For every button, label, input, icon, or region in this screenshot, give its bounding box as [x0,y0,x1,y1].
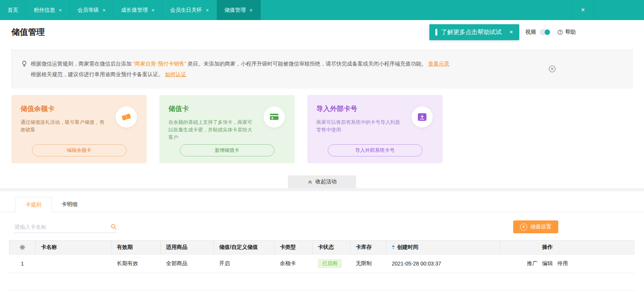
column-settings-header[interactable] [9,240,36,254]
tab-growth-value[interactable]: 成长值管理 × [113,0,162,20]
help-tip-text: 了解更多点击帮助试试 [441,28,502,36]
tab-close-icon[interactable]: × [59,7,62,13]
tab-member-level[interactable]: 会员等级 × [70,0,113,20]
tab-close-icon[interactable]: × [151,7,154,13]
card-rules-table: 卡名称 有效期 适用商品 储值/自定义储值 卡类型 卡状态 卡库存 创建时间 操… [9,240,635,290]
close-window-icon[interactable]: × [572,0,594,20]
tab-member-birthday[interactable]: 会员生日关怀 × [163,0,217,20]
coupon-ticket-icon [116,106,137,128]
tab-label: 储值管理 [225,7,246,14]
column-header-actions: 操作 [500,240,635,254]
video-toggle[interactable] [540,29,550,35]
stored-value-settings-button[interactable]: ¥ 储值设置 [513,220,558,233]
tab-close-icon[interactable]: × [102,7,105,13]
cell-card-status: 已启用 [313,259,350,268]
cell-card-type: 余额卡 [275,260,313,267]
card-desc: 商家可以将原有系统中的卡号导入到新零售中使用 [316,119,402,134]
video-label: 视频 [525,29,536,36]
column-header-created-at[interactable]: 创建时间 [386,240,500,254]
search-input[interactable] [14,223,110,230]
tab-label: 首页 [8,7,18,14]
table-row[interactable]: 1 长期有效 全部商品 开启 余额卡 已启用 无限制 2021-05-28 00… [9,255,635,273]
disable-action-link[interactable]: 停用 [558,260,568,267]
created-at-header-label: 创建时间 [397,244,418,251]
card-desc: 在余额的基础上支持了多张卡，商家可以批量生成卡密，并制成实体卡卖给大客户 [168,119,254,141]
help-tip-close-icon[interactable]: × [509,28,513,36]
notice-text: 根据微信运营规则，商家需在微信后台添加 “商家自营-预付卡销售” 类目。未添加的… [31,58,449,80]
tab-label: 成长值管理 [121,7,148,14]
column-header-card-status[interactable]: 卡状态 [313,240,350,254]
view-example-link[interactable]: 查看示意 [428,61,449,67]
app-root: 首页 粉丝信息 × 会员等级 × 成长值管理 × 会员生日关怀 × 储值管理 ×… [0,0,644,292]
search-icon[interactable] [110,223,117,230]
promo-cards: 储值余额卡 通过储值送礼活动，吸引客户储值，有效锁客 编辑余额卡 储值卡 在余额… [0,88,644,163]
add-stored-card-button[interactable]: 新增储值卡 [180,144,275,156]
flag-icon [435,29,437,36]
panel-toolbar: ¥ 储值设置 [0,212,644,240]
balance-card-promo: 储值余额卡 通过储值送礼活动，吸引客户储值，有效锁客 编辑余额卡 [11,95,147,163]
tab-card-details[interactable]: 卡明细 [52,197,87,212]
column-header-custom-value[interactable]: 储值/自定义储值 [214,240,275,254]
page-header: 储值管理 了解更多点击帮助试试 × 视频 帮助 [0,20,644,44]
import-card-promo: 导入外部卡号 商家可以将原有系统中的卡号导入到新零售中使用 导入外部系统卡号 [307,95,443,163]
next-row-partial [9,273,635,290]
section-divider [0,188,644,191]
status-badge: 已启用 [318,259,342,268]
notice-line2-text: 根据相关规范，建议你进行单用途商业预付卡备案认证。 [31,71,163,77]
chevron-double-up-icon [308,180,313,184]
collapse-label: 收起活动 [316,178,337,185]
tab-label: 会员生日关怀 [170,7,202,14]
topbar-spacer [261,0,572,20]
yen-circle-icon: ¥ [520,223,527,231]
cell-created-at: 2021-05-28 00:03:37 [386,261,500,267]
tab-close-icon[interactable]: × [206,7,209,13]
promote-action-link[interactable]: 推广 [527,260,538,267]
cell-actions: 推广 编辑 停用 [500,260,635,267]
tab-card-rules[interactable]: 卡规则 [15,197,52,212]
card-desc: 通过储值送礼活动，吸引客户储值，有效锁客 [20,119,106,134]
tab-home[interactable]: 首页 [0,0,26,20]
column-header-card-type[interactable]: 卡类型 [275,240,313,254]
gear-icon [19,244,25,250]
edit-action-link[interactable]: 编辑 [542,260,553,267]
header-right: 了解更多点击帮助试试 × 视频 帮助 [429,24,576,40]
column-header-card-stock[interactable]: 卡库存 [350,240,386,254]
topbar-end-pad [594,0,644,20]
collapse-activities-button[interactable]: 收起活动 [288,175,356,188]
help-label: 帮助 [565,29,576,36]
question-circle-icon [557,29,563,35]
stored-card-icon [264,106,285,128]
cell-index: 1 [9,261,36,267]
import-external-card-button[interactable]: 导入外部系统卡号 [328,144,423,156]
column-header-products[interactable]: 适用商品 [161,240,214,254]
notice-line-1: 根据微信运营规则，商家需在微信后台添加 “商家自营-预付卡销售” 类目。未添加的… [31,58,449,69]
column-header-validity[interactable]: 有效期 [112,240,161,254]
tab-fans-info[interactable]: 粉丝信息 × [26,0,70,20]
help-button[interactable]: 帮助 [557,29,576,36]
tab-strip: 首页 粉丝信息 × 会员等级 × 成长值管理 × 会员生日关怀 × 储值管理 ×… [0,0,644,20]
tab-stored-value[interactable]: 储值管理 × [217,0,261,20]
tab-label: 会员等级 [77,7,99,14]
help-tip-banner: 了解更多点击帮助试试 × [429,24,519,40]
notice-line1-post: 类目。未添加的商家，小程序升级时可能被微信审核拒绝，请尽快完成备案或关闭小程序端… [188,61,427,67]
cell-custom-value: 开启 [214,260,275,267]
stored-card-promo: 储值卡 在余额的基础上支持了多张卡，商家可以批量生成卡密，并制成实体卡卖给大客户… [159,95,295,163]
cell-products: 全部商品 [161,260,214,267]
notice-close-icon[interactable] [548,65,556,73]
card-panel: 卡规则 卡明细 ¥ 储值设置 卡名称 有效期 适用 [0,191,644,290]
tab-close-icon[interactable]: × [250,7,253,13]
notice-line-2: 根据相关规范，建议你进行单用途商业预付卡备案认证。 如何认证 [31,69,449,80]
sort-icon[interactable] [392,245,395,250]
settings-button-label: 储值设置 [530,223,551,230]
edit-balance-card-button[interactable]: 编辑余额卡 [32,144,127,156]
lightbulb-icon [21,58,31,80]
cell-card-stock: 无限制 [350,260,386,267]
page-title: 储值管理 [11,27,45,38]
search-box [14,221,117,233]
import-card-icon [412,106,433,128]
cell-validity: 长期有效 [112,260,161,267]
table-header-row: 卡名称 有效期 适用商品 储值/自定义储值 卡类型 卡状态 卡库存 创建时间 操… [9,240,635,255]
wechat-notice-banner: 根据微信运营规则，商家需在微信后台添加 “商家自营-预付卡销售” 类目。未添加的… [11,50,633,88]
column-header-card-name[interactable]: 卡名称 [36,240,112,254]
how-to-certify-link[interactable]: 如何认证 [165,71,186,77]
